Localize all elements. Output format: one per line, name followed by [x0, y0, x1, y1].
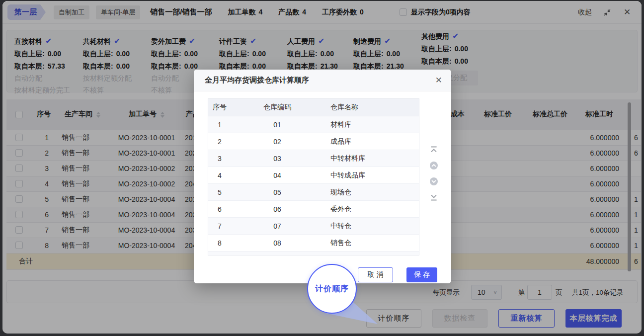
warehouse-cell: 5: [208, 184, 231, 201]
move-up-icon[interactable]: [429, 161, 438, 170]
dialog-title: 全月平均存货调拨仓库计算顺序: [205, 76, 309, 85]
warehouse-row[interactable]: 707中转仓: [208, 218, 419, 235]
warehouse-cell: 中转材料库: [323, 150, 419, 167]
warehouse-cell: 中转仓: [323, 218, 419, 235]
warehouse-cell: 材料库: [323, 116, 419, 133]
warehouse-cell: 2: [208, 133, 231, 150]
warehouse-cell: 02: [231, 133, 323, 150]
warehouse-cell: 09: [231, 252, 323, 256]
warehouse-cell: 委外仓: [323, 201, 419, 218]
warehouse-cell: 04: [231, 167, 323, 184]
warehouse-cell: 7: [208, 218, 231, 235]
dialog-column-header: 仓库名称: [323, 99, 419, 116]
warehouse-cell: 05: [231, 184, 323, 201]
dialog-header: 全月平均存货调拨仓库计算顺序 ✕: [194, 70, 451, 91]
warehouse-cell: 8: [208, 235, 231, 252]
reorder-controls: [428, 145, 439, 202]
warehouse-cell: 06: [231, 201, 323, 218]
warehouse-row[interactable]: 909共耗仓: [208, 252, 419, 256]
warehouse-row[interactable]: 505现场仓: [208, 184, 419, 201]
dialog-close-icon[interactable]: ✕: [435, 75, 442, 85]
warehouse-row[interactable]: 202成品库: [208, 133, 419, 150]
warehouse-cell: 6: [208, 201, 231, 218]
warehouse-cell: 07: [231, 218, 323, 235]
warehouse-cell: 共耗仓: [323, 252, 419, 256]
warehouse-cell: 1: [208, 116, 231, 133]
warehouse-row[interactable]: 101材料库: [208, 116, 419, 133]
warehouse-order-dialog: 全月平均存货调拨仓库计算顺序 ✕ 序号仓库编码仓库名称101材料库202成品库3…: [194, 70, 451, 283]
save-button[interactable]: 保 存: [406, 267, 437, 282]
warehouse-table-wrap: 序号仓库编码仓库名称101材料库202成品库303中转材料库404中转成品库50…: [208, 98, 419, 255]
dialog-column-header: 序号: [208, 99, 231, 116]
move-to-bottom-icon[interactable]: [429, 193, 438, 202]
cursor-bubble: 计价顺序: [307, 264, 357, 314]
warehouse-cell: 中转成品库: [323, 167, 419, 184]
move-to-top-icon[interactable]: [429, 145, 438, 154]
warehouse-cell: 现场仓: [323, 184, 419, 201]
warehouse-cell: 9: [208, 252, 231, 256]
warehouse-cell: 成品库: [323, 133, 419, 150]
warehouse-row[interactable]: 606委外仓: [208, 201, 419, 218]
warehouse-cell: 01: [231, 116, 323, 133]
dialog-column-header: 仓库编码: [231, 99, 323, 116]
warehouse-row[interactable]: 808销售仓: [208, 235, 419, 252]
warehouse-table: 序号仓库编码仓库名称101材料库202成品库303中转材料库404中转成品库50…: [208, 99, 419, 255]
cursor-bubble-label: 计价顺序: [315, 284, 349, 294]
warehouse-row[interactable]: 404中转成品库: [208, 167, 419, 184]
warehouse-cell: 销售仓: [323, 235, 419, 252]
warehouse-cell: 03: [231, 150, 323, 167]
move-down-icon[interactable]: [429, 177, 438, 186]
warehouse-cell: 08: [231, 235, 323, 252]
dialog-header-row: 序号仓库编码仓库名称: [208, 99, 419, 116]
warehouse-cell: 4: [208, 167, 231, 184]
warehouse-cell: 3: [208, 150, 231, 167]
warehouse-row[interactable]: 303中转材料库: [208, 150, 419, 167]
